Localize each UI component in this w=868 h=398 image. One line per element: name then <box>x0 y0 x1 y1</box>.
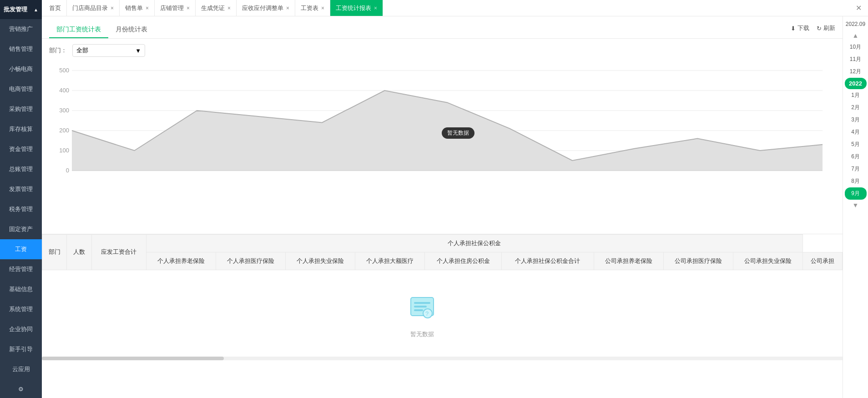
sub-tabs-left: 部门工资统计表 月份统计表 <box>49 22 155 38</box>
tab-product-catalog[interactable]: 门店商品目录× <box>67 0 120 16</box>
svg-text:500: 500 <box>59 67 69 74</box>
col-个人承担医疗保险: 个人承担医疗保险 <box>216 252 285 270</box>
table-scrollbar-track[interactable] <box>42 357 843 360</box>
table-scrollbar-thumb[interactable] <box>42 357 224 360</box>
col-个人承担住房公积金: 个人承担住房公积金 <box>424 252 501 270</box>
sidebar-arrow-icon: ▲ <box>34 7 38 12</box>
refresh-icon: ↻ <box>817 25 822 32</box>
month-item-9[interactable]: 9月 <box>845 187 867 200</box>
month-nav-up-icon[interactable]: ▲ <box>851 30 861 41</box>
tab-payroll-table[interactable]: 工资表× <box>295 0 330 16</box>
svg-text:300: 300 <box>59 107 69 114</box>
col-公司承担养老保险: 公司承担养老保险 <box>594 252 663 270</box>
tab-payroll-stats[interactable]: 工资统计报表× <box>330 0 383 16</box>
sidebar-item-finance[interactable]: 资金管理 <box>0 139 42 159</box>
tab-sales-order[interactable]: 销售单× <box>120 0 155 16</box>
month-list: 10月11月12月20221月2月3月4月5月6月7月8月9月 <box>845 41 867 200</box>
month-item-1[interactable]: 1月 <box>845 89 867 101</box>
col-dept: 部门 <box>42 234 67 270</box>
sidebar-item-cloud[interactable]: 云应用 <box>0 359 42 379</box>
col-公司承担失业保险: 公司承担失业保险 <box>733 252 802 270</box>
empty-row: ? 暂无数据 <box>42 270 843 357</box>
salary-table: 部门 人数 应发工资合计 个人承担社保公积金 个人承担养老保险个人承担医疗保险个… <box>42 234 843 357</box>
sidebar-title: 批发管理 <box>4 5 27 14</box>
sidebar-item-assets[interactable]: 固定资产 <box>0 219 42 239</box>
sidebar-nav: 营销推广销售管理小畅电商电商管理采购管理库存核算资金管理总账管理发票管理税务管理… <box>0 19 42 379</box>
tab-close-production-cert[interactable]: × <box>227 5 231 11</box>
tab-ar-adjust[interactable]: 应收应付调整单× <box>237 0 295 16</box>
col-个人承担养老保险: 个人承担养老保险 <box>146 252 216 270</box>
tab-close-ar-adjust[interactable]: × <box>286 5 289 11</box>
sidebar-item-purchase[interactable]: 采购管理 <box>0 99 42 119</box>
sidebar-item-tax[interactable]: 税务管理 <box>0 199 42 219</box>
svg-text:400: 400 <box>59 87 69 94</box>
chart-tooltip: 暂无数据 <box>442 127 474 139</box>
month-item-2[interactable]: 2月 <box>845 101 867 114</box>
tab-home[interactable]: 首页 <box>44 0 67 16</box>
tab-close-sales-order[interactable]: × <box>146 5 149 11</box>
col-个人承担社保公积金合计: 个人承担社保公积金合计 <box>502 252 594 270</box>
sidebar-item-enterprise[interactable]: 企业协同 <box>0 319 42 339</box>
tabs-container: 首页门店商品目录×销售单×店铺管理×生成凭证×应收应付调整单×工资表×工资统计报… <box>44 0 383 16</box>
sidebar-item-ecommerce[interactable]: 电商管理 <box>0 79 42 99</box>
tab-dept-stats[interactable]: 部门工资统计表 <box>49 22 108 38</box>
month-item-year-2022[interactable]: 2022 <box>845 78 867 89</box>
tab-label-payroll-table: 工资表 <box>301 4 318 12</box>
right-panel: 2022.09 ▲ 10月11月12月20221月2月3月4月5月6月7月8月9… <box>843 16 868 398</box>
tab-close-store-mgmt[interactable]: × <box>187 5 190 11</box>
close-all-tabs-button[interactable]: ✕ <box>851 4 866 12</box>
sidebar-item-system[interactable]: 系统管理 <box>0 299 42 319</box>
tab-close-payroll-table[interactable]: × <box>321 5 324 11</box>
month-item-12[interactable]: 12月 <box>845 65 867 78</box>
dept-filter-label: 部门： <box>49 46 67 55</box>
page-content: 部门工资统计表 月份统计表 ⬇ 下载 ↻ 刷新 部门： <box>42 16 843 398</box>
month-item-6[interactable]: 6月 <box>845 151 867 163</box>
month-item-7[interactable]: 7月 <box>845 163 867 175</box>
tab-production-cert[interactable]: 生成凭证× <box>196 0 237 16</box>
salary-chart: 0100200300400500 <box>49 66 832 184</box>
sub-tabs-bar: 部门工资统计表 月份统计表 ⬇ 下载 ↻ 刷新 <box>42 16 843 39</box>
col-公司承担医疗保险: 公司承担医疗保险 <box>663 252 733 270</box>
month-item-4[interactable]: 4月 <box>845 126 867 138</box>
svg-text:?: ? <box>425 310 429 317</box>
svg-text:200: 200 <box>59 127 69 134</box>
month-item-11[interactable]: 11月 <box>845 53 867 65</box>
month-item-8[interactable]: 8月 <box>845 175 867 187</box>
refresh-button[interactable]: ↻ 刷新 <box>817 24 835 32</box>
sidebar-item-inventory[interactable]: 库存核算 <box>0 119 42 139</box>
month-nav-down-icon[interactable]: ▼ <box>851 200 861 211</box>
data-table-section[interactable]: 部门 人数 应发工资合计 个人承担社保公积金 个人承担养老保险个人承担医疗保险个… <box>42 234 843 398</box>
dept-filter-value: 全部 <box>76 46 88 55</box>
sidebar-item-marketing[interactable]: 营销推广 <box>0 19 42 39</box>
tab-close-product-catalog[interactable]: × <box>111 5 114 11</box>
tab-monthly-stats[interactable]: 月份统计表 <box>108 22 155 38</box>
content-area: 部门工资统计表 月份统计表 ⬇ 下载 ↻ 刷新 部门： <box>42 16 868 398</box>
tab-label-payroll-stats: 工资统计报表 <box>336 4 371 12</box>
svg-rect-14 <box>414 302 430 304</box>
month-item-10[interactable]: 10月 <box>845 41 867 53</box>
sidebar-item-operations[interactable]: 经营管理 <box>0 259 42 279</box>
tab-close-payroll-stats[interactable]: × <box>374 5 377 11</box>
sidebar-item-invoice[interactable]: 发票管理 <box>0 179 42 199</box>
col-个人承担失业保险: 个人承担失业保险 <box>285 252 355 270</box>
tab-label-store-mgmt: 店铺管理 <box>160 4 184 12</box>
empty-icon: ? <box>404 288 440 325</box>
settings-button[interactable]: ⚙ <box>0 380 42 398</box>
sidebar-item-payroll[interactable]: 工资 <box>0 239 42 259</box>
download-icon: ⬇ <box>791 25 796 32</box>
svg-text:100: 100 <box>59 147 69 154</box>
month-item-3[interactable]: 3月 <box>845 114 867 126</box>
svg-rect-16 <box>414 309 423 311</box>
sidebar-item-guide[interactable]: 新手引导 <box>0 339 42 359</box>
dept-filter-select[interactable]: 全部 ▼ <box>72 44 145 57</box>
sidebar-item-ecommerce-small[interactable]: 小畅电商 <box>0 59 42 79</box>
tab-store-mgmt[interactable]: 店铺管理× <box>155 0 196 16</box>
sidebar-item-ledger[interactable]: 总账管理 <box>0 159 42 179</box>
download-button[interactable]: ⬇ 下载 <box>791 24 809 32</box>
sidebar-item-basics[interactable]: 基础信息 <box>0 279 42 299</box>
sidebar-item-sales[interactable]: 销售管理 <box>0 39 42 59</box>
tab-label-product-catalog: 门店商品目录 <box>72 4 108 12</box>
empty-text: 暂无数据 <box>410 330 434 338</box>
sidebar-header[interactable]: 批发管理 ▲ <box>0 0 42 19</box>
month-item-5[interactable]: 5月 <box>845 138 867 151</box>
